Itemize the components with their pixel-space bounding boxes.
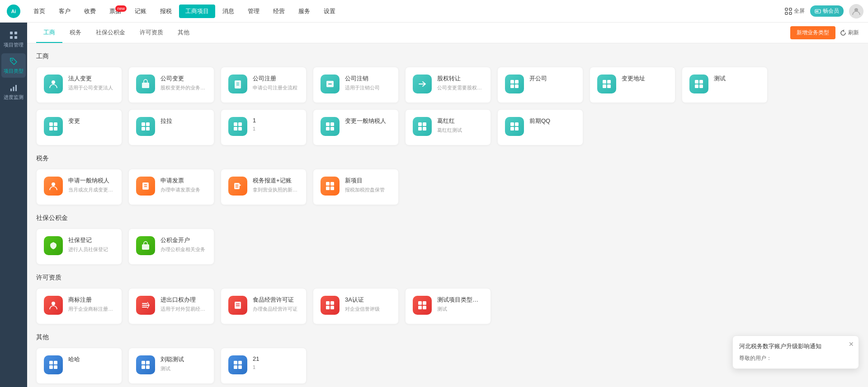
svg-rect-83 — [423, 306, 426, 309]
card-one[interactable]: 1 1 — [221, 109, 307, 145]
card-title-apply-taxpayer: 申请一般纳税人 — [68, 177, 114, 185]
card-change[interactable]: 变更 — [36, 109, 122, 145]
card-desc-food-license: 办理食品经营许可证 — [253, 306, 299, 312]
card-21[interactable]: 21 1 — [221, 348, 307, 384]
svg-rect-46 — [234, 127, 237, 131]
card-tax-bookkeeping[interactable]: 税务报道+记账 拿到营业执照的新公司 — [221, 169, 307, 205]
nav-tax[interactable]: 报税 — [154, 5, 178, 18]
card-test-type[interactable]: 测试项目类型目定义 测试 — [405, 288, 491, 324]
svg-rect-54 — [418, 127, 422, 131]
nav-message[interactable]: 消息 — [216, 5, 241, 18]
card-company-change[interactable]: 公司变更 股权变更外的业务变更 — [128, 67, 214, 103]
svg-rect-94 — [234, 365, 237, 369]
card-food-license[interactable]: 食品经营许可证 办理食品经营许可证 — [221, 288, 307, 324]
card-equity-transfer[interactable]: 股权转让 公司变更需要股权转让 — [405, 67, 491, 103]
card-info-general-taxpayer: 变更一般纳税人 — [345, 117, 391, 127]
card-company-cancel[interactable]: 公司注销 适用于注销公司 — [313, 67, 399, 103]
vip-button[interactable]: 畅会员 — [810, 5, 844, 17]
nav-fee[interactable]: 收费 — [78, 5, 102, 18]
card-info-company-cancel: 公司注销 适用于注销公司 — [345, 75, 391, 91]
card-legal-change[interactable]: 法人变更 适用于公司变更法人 — [36, 67, 122, 103]
tab-qita[interactable]: 其他 — [170, 23, 197, 43]
card-info-21: 21 1 — [253, 355, 299, 371]
card-change-address[interactable]: 变更地址 — [590, 67, 675, 103]
card-title-change-address: 变更地址 — [622, 75, 668, 83]
card-apply-taxpayer[interactable]: 申请一般纳税人 当月或次月成变更完成 — [36, 169, 122, 205]
card-desc-one: 1 — [253, 126, 299, 132]
svg-rect-49 — [330, 122, 334, 126]
ticket-badge: new — [115, 5, 127, 12]
fullscreen-button[interactable]: 全屏 — [785, 7, 805, 15]
card-import-export[interactable]: 进出口权办理 适用于对外贸易经营者 — [128, 288, 214, 324]
card-provident-fund[interactable]: 公积金开户 办理公积金相关业务 — [128, 228, 214, 265]
nav-service[interactable]: 服务 — [292, 5, 316, 18]
card-icon-company-register — [228, 75, 247, 93]
nav-ticket[interactable]: 票据 new — [103, 5, 127, 18]
card-gehonghong[interactable]: 葛红红 葛红红测试 — [405, 109, 491, 145]
nav-customer[interactable]: 客户 — [52, 5, 77, 18]
card-title-company-cancel: 公司注销 — [345, 75, 391, 83]
sidebar-item-project-type[interactable]: 项目类型 — [1, 53, 26, 78]
card-info-import-export: 进出口权办理 适用于对外贸易经营者 — [160, 296, 207, 312]
nav-industrial[interactable]: 工商项目 — [179, 5, 215, 18]
svg-rect-5 — [789, 12, 792, 14]
refresh-button[interactable]: 刷新 — [840, 29, 859, 37]
card-info-company-register: 公司注册 申请公司注册全流程 — [253, 75, 299, 91]
tab-xuke[interactable]: 许可资质 — [132, 23, 170, 43]
svg-rect-95 — [238, 365, 242, 369]
svg-rect-76 — [326, 301, 330, 305]
sidebar-label-project-type: 项目类型 — [4, 68, 24, 75]
user-avatar[interactable] — [849, 4, 863, 19]
card-icon-liucong-test — [136, 355, 155, 374]
card-title-company-register: 公司注册 — [253, 75, 299, 83]
card-title-early-qq: 前期QQ — [529, 117, 576, 125]
tab-shuiwu[interactable]: 税务 — [62, 23, 89, 43]
card-company-register[interactable]: 公司注册 申请公司注册全流程 — [221, 67, 307, 103]
card-lala[interactable]: 拉拉 — [128, 109, 214, 145]
nav-operation[interactable]: 经营 — [267, 5, 291, 18]
nav-settings[interactable]: 设置 — [317, 5, 342, 18]
sidebar-item-project-management[interactable]: 项目管理 — [1, 27, 26, 51]
card-info-tax-bookkeeping: 税务报道+记账 拿到营业执照的新公司 — [253, 177, 299, 193]
svg-rect-91 — [146, 365, 150, 369]
notification-close-button[interactable]: ✕ — [849, 340, 854, 348]
card-haha[interactable]: 哈哈 — [36, 348, 122, 384]
card-open-company[interactable]: 开公司 — [497, 67, 583, 103]
svg-rect-13 — [14, 36, 17, 39]
nav-bookkeeping[interactable]: 记账 — [128, 5, 153, 18]
svg-text:Ai: Ai — [11, 9, 16, 14]
card-early-qq[interactable]: 前期QQ — [497, 109, 583, 145]
card-new-project[interactable]: 新项目 报税加税控盘保管 — [313, 169, 399, 205]
add-business-type-button[interactable]: 新增业务类型 — [790, 26, 835, 39]
sidebar: 项目管理 项目类型 进度监测 — [0, 23, 27, 387]
vip-icon — [815, 8, 821, 14]
nav-home[interactable]: 首页 — [27, 5, 52, 18]
tab-shebao[interactable]: 社保公积金 — [89, 23, 132, 43]
sidebar-label-project-management: 项目管理 — [4, 42, 24, 48]
card-icon-provident-fund — [136, 236, 155, 255]
svg-rect-39 — [54, 127, 57, 131]
sidebar-item-progress[interactable]: 进度监测 — [1, 79, 26, 104]
svg-rect-10 — [10, 32, 13, 34]
tab-gongshang[interactable]: 工商 — [36, 23, 62, 43]
svg-rect-70 — [330, 187, 334, 190]
card-icon-legal-change — [44, 75, 63, 93]
svg-rect-36 — [49, 122, 53, 126]
card-title-equity-transfer: 股权转让 — [437, 75, 483, 83]
card-icon-apply-invoice — [136, 177, 155, 196]
card-liucong-test[interactable]: 刘聪测试 测试 — [128, 348, 214, 384]
card-title-test: 测试 — [714, 75, 760, 83]
card-social-security[interactable]: 社保登记 进行人员社保登记 — [36, 228, 122, 265]
nav-management[interactable]: 管理 — [241, 5, 266, 18]
card-apply-invoice[interactable]: 申请发票 办理申请发票业务 — [128, 169, 214, 205]
card-trademark[interactable]: 商标注册 用于企业商标注册服务 — [36, 288, 122, 324]
section-title-shuiwu: 税务 — [36, 154, 859, 163]
card-general-taxpayer[interactable]: 变更一般纳税人 — [313, 109, 399, 145]
svg-point-14 — [12, 60, 13, 61]
logo[interactable]: Ai — [5, 2, 23, 20]
card-test[interactable]: 测试 — [682, 67, 768, 103]
card-title-test-type: 测试项目类型目定义 — [437, 296, 483, 304]
card-3a-cert[interactable]: 3A认证 对企业信誉评级 — [313, 288, 399, 324]
card-icon-change — [44, 117, 63, 136]
card-info-equity-transfer: 股权转让 公司变更需要股权转让 — [437, 75, 483, 91]
